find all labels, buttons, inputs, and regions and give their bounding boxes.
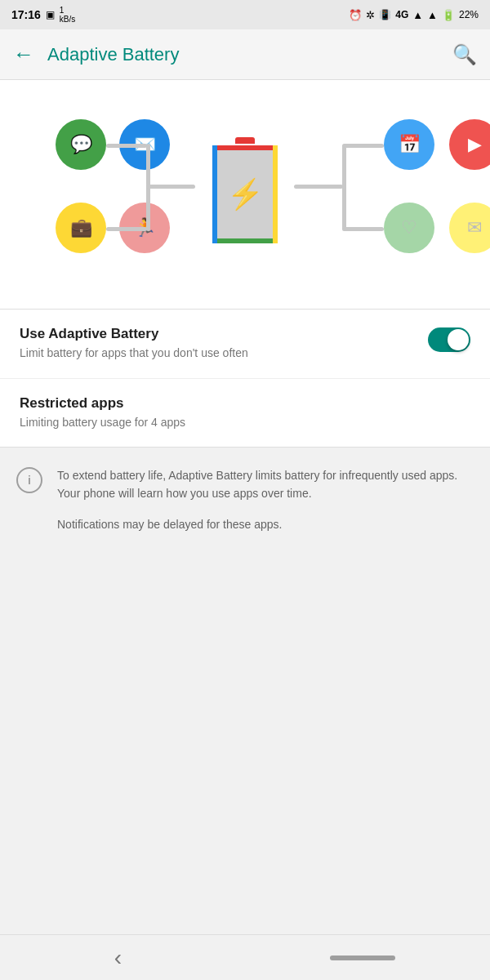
battery-terminal	[235, 137, 255, 144]
restricted-apps-text: Restricted apps Limiting battery usage f…	[20, 395, 470, 431]
battery-illustration: ⚡	[208, 145, 282, 252]
connector-line	[106, 227, 147, 231]
calendar-icon: 📅	[384, 119, 434, 170]
search-icon: 🔍	[452, 43, 477, 65]
settings-section: Use Adaptive Battery Limit battery for a…	[0, 310, 490, 447]
battery-inner: ⚡	[217, 150, 273, 238]
connector-r-top	[343, 144, 384, 148]
bottom-nav: ‹	[0, 934, 490, 980]
page-title: Adaptive Battery	[47, 44, 439, 65]
signal-icon2: ▲	[427, 9, 438, 21]
adaptive-battery-setting[interactable]: Use Adaptive Battery Limit battery for a…	[0, 310, 490, 379]
connector-line	[106, 144, 147, 148]
media-icon: ▶	[449, 119, 490, 170]
battery-status-icon: 🔋	[442, 9, 455, 21]
adaptive-battery-title: Use Adaptive Battery	[20, 326, 415, 342]
bluetooth-icon: ✲	[366, 9, 375, 21]
restricted-apps-setting[interactable]: Restricted apps Limiting battery usage f…	[0, 379, 490, 448]
toggle-knob	[448, 329, 469, 350]
connector-vert-right	[342, 144, 346, 231]
connector-h-right	[294, 185, 343, 189]
connector-r-bottom	[343, 227, 384, 231]
info-paragraph-1: To extend battery life, Adaptive Battery…	[57, 467, 474, 502]
vibrate-icon: 📳	[379, 9, 391, 20]
status-left: 17:16 ▣ 1kB/s	[11, 6, 75, 24]
network-icon: 4G	[395, 9, 408, 20]
messages-icon: 💬	[56, 119, 106, 170]
restricted-apps-title: Restricted apps	[20, 395, 470, 412]
search-button[interactable]: 🔍	[452, 43, 477, 66]
nav-back-icon: ‹	[114, 945, 122, 970]
bolt-icon: ⚡	[227, 177, 264, 212]
connector-h-left	[146, 185, 195, 189]
nav-home-pill[interactable]	[330, 956, 395, 960]
sim-icon: ▣	[46, 9, 55, 20]
email2-icon: ✉	[449, 203, 490, 253]
app-bar: ← Adaptive Battery 🔍	[0, 29, 490, 80]
back-button[interactable]: ←	[13, 42, 34, 67]
alarm-icon: ⏰	[349, 9, 362, 21]
status-bar: 17:16 ▣ 1kB/s ⏰ ✲ 📳 4G ▲ ▲ 🔋 22%	[0, 0, 490, 29]
info-text: To extend battery life, Adaptive Battery…	[57, 467, 474, 533]
restricted-apps-desc: Limiting battery usage for 4 apps	[20, 415, 470, 431]
status-right: ⏰ ✲ 📳 4G ▲ ▲ 🔋 22%	[349, 9, 479, 21]
hero-inner: 💬 ✉️ 💼 🏃 ⚡	[41, 105, 449, 292]
adaptive-battery-text: Use Adaptive Battery Limit battery for a…	[20, 326, 415, 362]
signal-icon: ▲	[412, 9, 423, 21]
status-time: 17:16	[11, 8, 41, 21]
info-paragraph-2: Notifications may be delayed for these a…	[57, 516, 474, 534]
heart-icon: ♡	[384, 203, 434, 253]
back-icon: ←	[13, 42, 34, 67]
battery-bottom	[212, 238, 278, 243]
battery-right	[273, 145, 278, 243]
battery-percent: 22%	[459, 9, 479, 20]
work-icon: 💼	[56, 203, 106, 253]
info-section: i To extend battery life, Adaptive Batte…	[0, 448, 490, 553]
info-icon: i	[16, 467, 42, 493]
adaptive-battery-desc: Limit battery for apps that you don't us…	[20, 345, 415, 362]
nav-back-button[interactable]: ‹	[95, 938, 141, 978]
battery-body: ⚡	[212, 145, 278, 243]
data-speed: 1kB/s	[60, 6, 75, 24]
hero-illustration: 💬 ✉️ 💼 🏃 ⚡	[0, 80, 490, 309]
adaptive-battery-toggle[interactable]	[428, 327, 470, 352]
